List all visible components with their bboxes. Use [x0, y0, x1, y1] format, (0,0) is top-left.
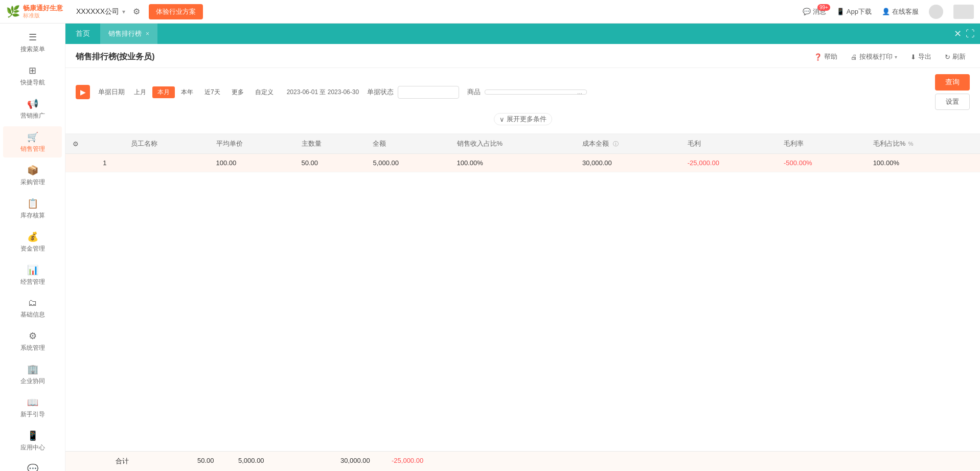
sidebar-item-purchase[interactable]: 📦 采购管理	[3, 160, 62, 191]
message-item[interactable]: 💬 消息 99+	[803, 7, 826, 16]
date-range-block: 2023-06-01 至 2023-06-30	[287, 88, 359, 97]
tab-bar-right: ✕ ⛶	[954, 28, 980, 39]
date-label: 单据日期	[98, 87, 125, 97]
sidebar-item-wechat[interactable]: 💬 企业微信	[3, 458, 62, 471]
sidebar-item-basic-label: 基础信息	[20, 310, 45, 319]
chevron-down-icon: ∨	[499, 116, 505, 123]
footer-spacer-1	[73, 457, 93, 466]
date-tab-prev-month[interactable]: 上月	[129, 86, 151, 98]
app-sub: 标准版	[23, 12, 63, 19]
filter-toggle-btn[interactable]: ▶	[76, 85, 90, 99]
date-tab-7days[interactable]: 近7天	[199, 86, 225, 98]
top-header: 🌿 畅康通好生意 标准版 XXXXXX公司 ▾ ⚙ 体验行业方案 💬 消息 99…	[0, 0, 980, 24]
cell-settings	[65, 154, 86, 172]
date-tab-custom[interactable]: 自定义	[250, 86, 279, 98]
status-label: 单据状态	[367, 87, 394, 97]
date-tabs: 上月 本月 本年 近7天 更多 自定义	[129, 86, 279, 98]
settings-button[interactable]: 设置	[935, 94, 970, 110]
refresh-label: 刷新	[952, 52, 966, 61]
sidebar-item-finance[interactable]: 💰 资金管理	[3, 226, 62, 257]
system-icon: ⚙	[29, 330, 37, 342]
col-avg-price: 平均单价	[209, 134, 294, 154]
sidebar-item-marketing-label: 营销推广	[20, 111, 45, 120]
page-title: 销售排行榜(按业务员)	[76, 52, 155, 62]
tab-sales-ranking[interactable]: 销售排行榜 ×	[100, 24, 157, 44]
table-wrapper: ⚙ 员工名称 平均单价 主数量 全额 销售收入占比% 成本全额 ⓘ	[65, 134, 980, 451]
status-filter: 单据状态	[367, 86, 459, 99]
footer-quantity: 50.00	[190, 457, 231, 466]
settings-icon[interactable]: ⚙	[129, 5, 144, 19]
query-button[interactable]: 查询	[935, 74, 970, 91]
footer-amount: 5,000.00	[231, 457, 282, 466]
date-tab-this-month[interactable]: 本月	[152, 86, 175, 98]
sidebar-item-shortcut[interactable]: ⊞ 快捷导航	[3, 60, 62, 91]
sidebar-item-system-label: 系统管理	[20, 344, 45, 352]
company-selector[interactable]: 🌿 畅康通好生意 标准版 XXXXXX公司 ▾	[6, 4, 125, 19]
tab-maximize-icon[interactable]: ⛶	[966, 29, 975, 39]
sidebar-item-search-label: 搜索菜单	[20, 45, 45, 54]
sidebar-item-operation-label: 经营管理	[20, 278, 45, 286]
cell-avg-price: 100.00	[209, 154, 294, 172]
wechat-icon: 💬	[27, 463, 38, 471]
avatar[interactable]	[929, 5, 943, 19]
date-tab-more[interactable]: 更多	[226, 86, 249, 98]
col-settings: ⚙	[65, 134, 86, 154]
expand-more-button[interactable]: ∨ 展开更多条件	[494, 113, 552, 125]
appstore-icon: 📱	[27, 430, 38, 441]
date-tab-this-year[interactable]: 本年	[176, 86, 198, 98]
sidebar-item-sales-label: 销售管理	[20, 145, 45, 153]
goods-input[interactable]: ...	[485, 89, 587, 95]
sidebar-item-search[interactable]: ☰ 搜索菜单	[3, 27, 62, 58]
app-download-item[interactable]: 📱 App下载	[836, 7, 872, 16]
sales-ranking-table: ⚙ 员工名称 平均单价 主数量 全额 销售收入占比% 成本全额 ⓘ	[65, 134, 980, 172]
refresh-button[interactable]: ↻ 刷新	[941, 50, 970, 63]
template-print-button[interactable]: 🖨 按模板打印 ▾	[847, 50, 901, 63]
help-button[interactable]: ❓ 帮助	[810, 50, 841, 63]
user-name-placeholder	[953, 5, 974, 19]
marketing-icon: 📢	[27, 98, 38, 109]
tab-close-icon[interactable]: ×	[146, 30, 149, 37]
sidebar-item-basic[interactable]: 🗂 基础信息	[3, 293, 62, 323]
cell-sales-ratio: 100.00%	[450, 154, 575, 172]
tab-close-all-icon[interactable]: ✕	[954, 28, 962, 39]
company-chevron-icon[interactable]: ▾	[122, 8, 125, 15]
table-footer: 合计 50.00 5,000.00 30,000.00 -25,000.00	[65, 451, 980, 471]
trial-button[interactable]: 体验行业方案	[149, 4, 203, 19]
cell-name	[124, 154, 209, 172]
expand-more-label: 展开更多条件	[507, 115, 546, 124]
col-settings-icon[interactable]: ⚙	[73, 140, 79, 148]
operation-icon: 📊	[27, 264, 38, 276]
sidebar-item-guide[interactable]: 📖 新手引导	[3, 392, 62, 423]
sidebar-item-marketing[interactable]: 📢 营销推广	[3, 93, 62, 124]
footer-sales-ratio	[282, 457, 333, 466]
basic-icon: 🗂	[28, 298, 37, 308]
download-icon: 📱	[836, 8, 845, 15]
col-gross: 毛利	[680, 134, 777, 154]
main-layout: ☰ 搜索菜单 ⊞ 快捷导航 📢 营销推广 🛒 销售管理 📦 采购管理 📋 库存核…	[0, 24, 980, 471]
sidebar-item-system[interactable]: ⚙ 系统管理	[3, 325, 62, 356]
sidebar-item-inventory[interactable]: 📋 库存核算	[3, 193, 62, 224]
cost-info-icon[interactable]: ⓘ	[613, 141, 619, 147]
status-select[interactable]	[398, 86, 459, 99]
sidebar-item-enterprise[interactable]: 🏢 企业协同	[3, 358, 62, 390]
expand-more-area: ∨ 展开更多条件	[76, 110, 970, 127]
export-button[interactable]: ⬇ 导出	[906, 50, 936, 63]
sidebar-item-sales[interactable]: 🛒 销售管理	[3, 126, 62, 158]
col-gross-ratio: 毛利占比% %	[866, 134, 980, 154]
export-icon: ⬇	[910, 53, 916, 61]
template-print-label: 按模板打印	[859, 52, 893, 61]
search-icon: ☰	[29, 32, 37, 43]
col-quantity: 主数量	[294, 134, 366, 154]
sidebar-item-operation[interactable]: 📊 经营管理	[3, 259, 62, 290]
tab-home[interactable]: 首页	[65, 24, 100, 44]
gross-ratio-icon[interactable]: %	[908, 141, 914, 147]
help-icon: ❓	[814, 53, 822, 61]
sidebar-item-purchase-label: 采购管理	[20, 178, 45, 187]
sidebar-item-appstore[interactable]: 📱 应用中心	[3, 425, 62, 456]
app-logo: 🌿	[6, 5, 20, 18]
online-service-item[interactable]: 👤 在线客服	[882, 7, 919, 16]
goods-more-icon[interactable]: ...	[577, 88, 582, 96]
export-label: 导出	[918, 52, 931, 61]
service-icon: 👤	[882, 8, 890, 15]
status-select-wrap	[398, 86, 459, 99]
